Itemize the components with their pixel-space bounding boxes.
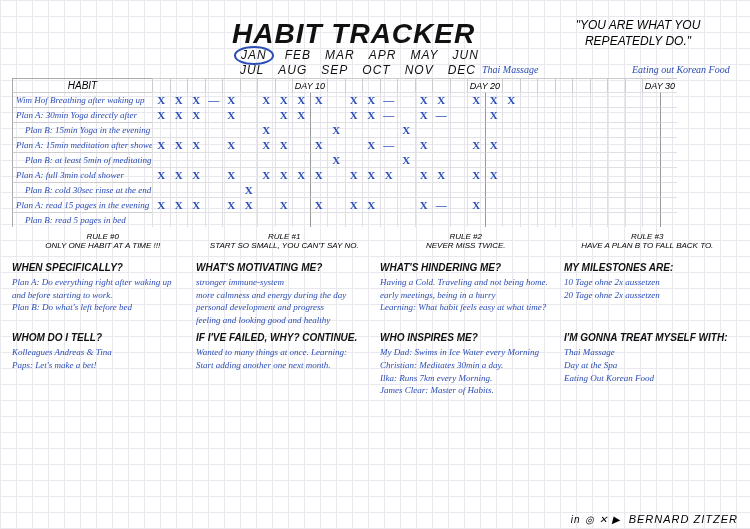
habit-cell[interactable] xyxy=(397,92,415,107)
habit-cell[interactable] xyxy=(152,152,170,167)
habit-cell[interactable] xyxy=(555,137,573,152)
habit-cell[interactable] xyxy=(502,122,520,137)
habit-cell[interactable] xyxy=(257,152,275,167)
habit-cell[interactable] xyxy=(380,152,398,167)
habit-cell[interactable] xyxy=(555,152,573,167)
habit-cell[interactable]: X xyxy=(310,92,328,107)
month-feb[interactable]: FEB xyxy=(285,48,311,63)
habit-cell[interactable]: X xyxy=(292,92,310,107)
habit-cell[interactable] xyxy=(170,212,188,227)
habit-cell[interactable] xyxy=(205,212,223,227)
habit-cell[interactable]: X xyxy=(275,167,293,182)
habit-cell[interactable] xyxy=(310,182,328,197)
habit-cell[interactable]: X xyxy=(257,122,275,137)
habit-cell[interactable]: — xyxy=(380,92,398,107)
habit-cell[interactable] xyxy=(380,197,398,212)
habit-cell[interactable] xyxy=(502,137,520,152)
habit-cell[interactable]: X xyxy=(187,107,205,122)
habit-cell[interactable] xyxy=(187,122,205,137)
habit-cell[interactable]: X xyxy=(257,92,275,107)
habit-cell[interactable]: X xyxy=(345,107,363,122)
habit-cell[interactable] xyxy=(572,152,590,167)
habit-cell[interactable]: X xyxy=(415,92,433,107)
habit-cell[interactable]: X xyxy=(187,137,205,152)
habit-cell[interactable]: X xyxy=(362,167,380,182)
habit-cell[interactable] xyxy=(415,182,433,197)
habit-cell[interactable] xyxy=(292,137,310,152)
habit-cell[interactable] xyxy=(380,182,398,197)
habit-cell[interactable] xyxy=(467,182,485,197)
habit-cell[interactable] xyxy=(450,197,468,212)
habit-cell[interactable] xyxy=(450,92,468,107)
habit-cell[interactable] xyxy=(485,197,503,212)
habit-cell[interactable] xyxy=(397,137,415,152)
habit-cell[interactable]: X xyxy=(415,107,433,122)
habit-cell[interactable] xyxy=(345,122,363,137)
habit-cell[interactable] xyxy=(327,212,345,227)
habit-cell[interactable]: X xyxy=(415,137,433,152)
habit-cell[interactable]: X xyxy=(345,197,363,212)
habit-cell[interactable] xyxy=(642,167,660,182)
habit-cell[interactable] xyxy=(502,152,520,167)
habit-cell[interactable] xyxy=(257,197,275,212)
habit-cell[interactable] xyxy=(362,182,380,197)
habit-cell[interactable] xyxy=(642,92,660,107)
habit-cell[interactable] xyxy=(625,92,643,107)
habit-cell[interactable] xyxy=(625,137,643,152)
habit-cell[interactable] xyxy=(590,167,608,182)
social-icon[interactable]: ▶ xyxy=(612,514,621,525)
habit-cell[interactable] xyxy=(292,212,310,227)
habit-cell[interactable] xyxy=(660,167,678,182)
habit-cell[interactable]: X xyxy=(362,137,380,152)
habit-cell[interactable] xyxy=(205,197,223,212)
habit-cell[interactable] xyxy=(240,152,258,167)
habit-cell[interactable] xyxy=(590,212,608,227)
habit-cell[interactable]: — xyxy=(432,107,450,122)
habit-cell[interactable] xyxy=(502,182,520,197)
habit-cell[interactable] xyxy=(642,122,660,137)
habit-cell[interactable] xyxy=(520,92,538,107)
habit-cell[interactable] xyxy=(205,167,223,182)
habit-cell[interactable] xyxy=(537,137,555,152)
habit-cell[interactable] xyxy=(607,197,625,212)
habit-cell[interactable]: X xyxy=(310,197,328,212)
habit-cell[interactable] xyxy=(257,182,275,197)
habit-cell[interactable] xyxy=(555,197,573,212)
habit-cell[interactable]: X xyxy=(345,167,363,182)
habit-cell[interactable] xyxy=(660,197,678,212)
habit-cell[interactable]: X xyxy=(485,92,503,107)
habit-cell[interactable]: X xyxy=(170,92,188,107)
habit-cell[interactable] xyxy=(432,137,450,152)
habit-cell[interactable] xyxy=(520,152,538,167)
habit-cell[interactable] xyxy=(625,212,643,227)
habit-cell[interactable]: X xyxy=(467,167,485,182)
habit-cell[interactable] xyxy=(537,152,555,167)
habit-cell[interactable] xyxy=(362,152,380,167)
habit-cell[interactable] xyxy=(590,182,608,197)
habit-cell[interactable] xyxy=(537,182,555,197)
habit-cell[interactable] xyxy=(537,107,555,122)
habit-cell[interactable] xyxy=(415,212,433,227)
habit-cell[interactable] xyxy=(327,137,345,152)
habit-cell[interactable] xyxy=(537,167,555,182)
habit-cell[interactable] xyxy=(222,152,240,167)
habit-cell[interactable] xyxy=(240,122,258,137)
habit-cell[interactable]: X xyxy=(485,107,503,122)
habit-cell[interactable]: X xyxy=(152,107,170,122)
habit-cell[interactable]: X xyxy=(275,197,293,212)
habit-cell[interactable]: X xyxy=(240,197,258,212)
habit-cell[interactable] xyxy=(537,92,555,107)
habit-cell[interactable]: X xyxy=(415,197,433,212)
habit-cell[interactable] xyxy=(520,137,538,152)
habit-cell[interactable] xyxy=(555,107,573,122)
habit-cell[interactable] xyxy=(625,107,643,122)
habit-cell[interactable]: X xyxy=(397,122,415,137)
month-jun[interactable]: JUN xyxy=(453,48,479,63)
habit-cell[interactable] xyxy=(642,197,660,212)
habit-cell[interactable] xyxy=(537,197,555,212)
habit-cell[interactable] xyxy=(397,197,415,212)
habit-cell[interactable] xyxy=(240,137,258,152)
habit-cell[interactable] xyxy=(590,122,608,137)
habit-cell[interactable] xyxy=(467,212,485,227)
habit-cell[interactable] xyxy=(415,122,433,137)
